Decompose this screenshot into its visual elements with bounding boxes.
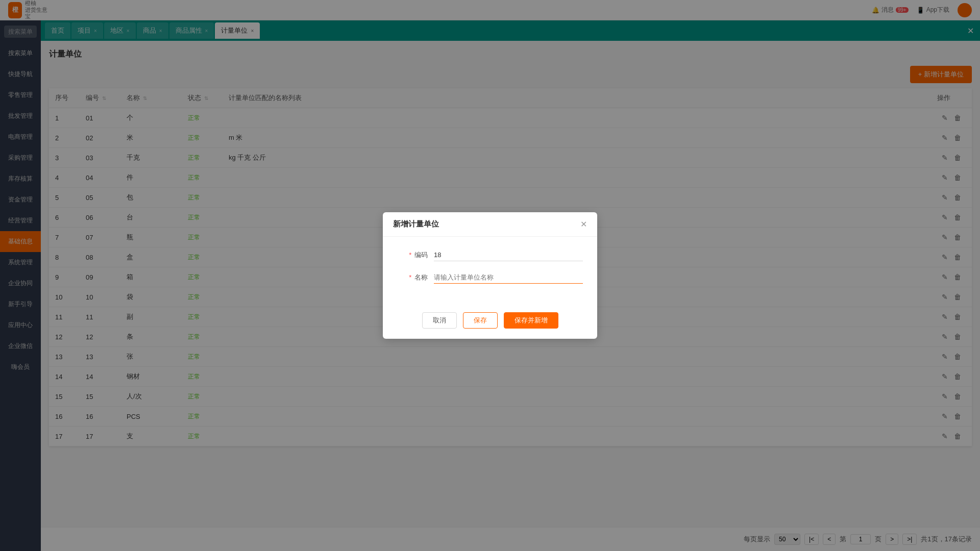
form-row-code: * 编码 xyxy=(397,249,583,261)
save-button[interactable]: 保存 xyxy=(463,312,498,329)
required-star: * xyxy=(409,251,411,259)
modal-close-button[interactable]: ✕ xyxy=(580,219,587,229)
code-label: * 编码 xyxy=(397,251,428,260)
modal-body: * 编码 * 名称 xyxy=(383,237,597,306)
save-new-button[interactable]: 保存并新增 xyxy=(504,312,558,329)
modal-overlay: 新增计量单位 ✕ * 编码 * 名称 取消 保存 保存并新增 xyxy=(0,0,980,551)
code-input[interactable] xyxy=(434,249,583,261)
form-row-name: * 名称 xyxy=(397,271,583,284)
name-input[interactable] xyxy=(434,271,583,284)
modal-header: 新增计量单位 ✕ xyxy=(383,212,597,237)
cancel-button[interactable]: 取消 xyxy=(422,312,457,329)
modal-footer: 取消 保存 保存并新增 xyxy=(383,306,597,339)
name-label: * 名称 xyxy=(397,273,428,282)
add-unit-modal: 新增计量单位 ✕ * 编码 * 名称 取消 保存 保存并新增 xyxy=(383,212,597,339)
modal-title: 新增计量单位 xyxy=(393,219,439,229)
required-star-name: * xyxy=(409,273,411,281)
